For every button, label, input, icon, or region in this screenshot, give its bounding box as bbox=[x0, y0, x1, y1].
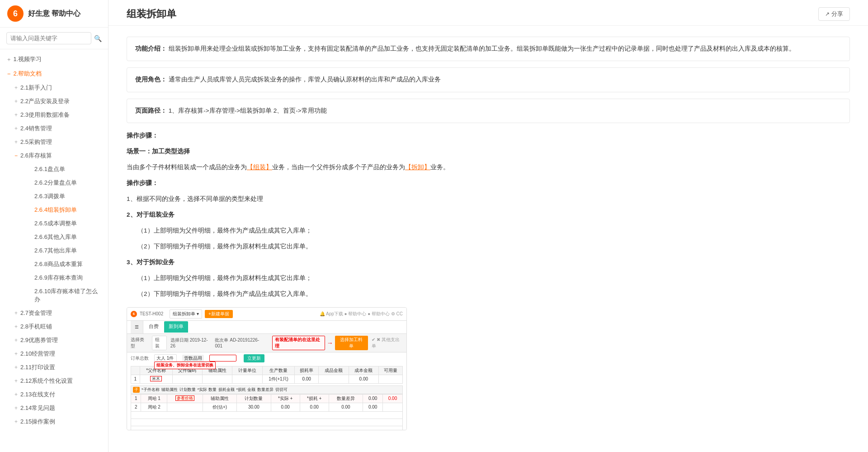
sidebar-item-2-6-3[interactable]: 2.6.3调拨单 bbox=[20, 190, 108, 203]
ss-confirm-btn[interactable]: 立更新 bbox=[244, 354, 264, 362]
sidebar-item-label: 2.10经营管理 bbox=[20, 350, 55, 358]
table-cell: 2 bbox=[131, 403, 141, 411]
ss-toolbar-batch: 批次单 AD-20191226-001 bbox=[215, 337, 264, 348]
sidebar-item-2-15[interactable]: + 2.15操作案例 bbox=[0, 415, 108, 428]
table-cell bbox=[383, 403, 403, 411]
highlight-assemble[interactable]: 【组装】 bbox=[247, 164, 272, 171]
sidebar-item-label: 2.3使用前数据准备 bbox=[20, 111, 70, 119]
table-cell bbox=[172, 375, 202, 383]
table-cell bbox=[319, 375, 349, 383]
sidebar-item-docs[interactable]: − 2.帮助文档 bbox=[0, 67, 108, 81]
table-cell: 米木 bbox=[140, 375, 172, 383]
sidebar: 6 好生意 帮助中心 🔍 + 1.视频学习 − 2.帮助文档 + 2.1新手入门… bbox=[0, 0, 108, 452]
table-cell: 0.00 bbox=[300, 403, 329, 411]
sidebar-item-2-6-10[interactable]: 2.6.10库存账本错了怎么办 bbox=[20, 285, 108, 306]
sidebar-item-label: 1.视频学习 bbox=[14, 55, 42, 63]
table-cell bbox=[202, 375, 232, 383]
table-row: 2 周哈 2 价(估+) 30.00 0.00 0.00 0.00 0.00 bbox=[131, 403, 403, 411]
ss-logo: 6 bbox=[131, 311, 137, 317]
sidebar-item-label: 2.2产品安装及登录 bbox=[20, 97, 70, 105]
step2-1: （1）上部明细为父件明细，最终作为产成品生成其它入库单； bbox=[137, 224, 850, 237]
table-row bbox=[131, 426, 403, 430]
sidebar-item-2-6-8[interactable]: 2.6.8商品成本重算 bbox=[20, 257, 108, 271]
sidebar-item-data[interactable]: + 2.3使用前数据准备 bbox=[0, 108, 108, 122]
table-cell: 参看价格 bbox=[167, 394, 203, 403]
plus-icon: + bbox=[14, 112, 18, 118]
ss-th: 生产数量 bbox=[262, 366, 294, 375]
search-button[interactable]: 🔍 bbox=[94, 35, 102, 42]
ss-field-row: 订单总数 大人 1件 货数品用 立更新 组装业务、拆卸业务在这里切换 bbox=[127, 352, 406, 364]
sidebar-item-2-10[interactable]: + 2.10经营管理 bbox=[0, 347, 108, 361]
table-cell bbox=[131, 419, 403, 426]
sidebar-item-2-6-6[interactable]: 2.6.6其他入库单 bbox=[20, 230, 108, 244]
sidebar-item-label: 2.11打印设置 bbox=[20, 363, 55, 371]
plus-icon: + bbox=[14, 419, 18, 425]
sidebar-item-2-14[interactable]: + 2.14常见问题 bbox=[0, 401, 108, 415]
page-title: 组装拆卸单 bbox=[127, 7, 176, 21]
ss-th bbox=[131, 366, 140, 375]
sidebar-item-label: 2.4销售管理 bbox=[20, 124, 52, 133]
sidebar-item-2-6-7[interactable]: 2.6.7其他出库单 bbox=[20, 244, 108, 257]
ss-tab-new[interactable]: 新到单 bbox=[164, 321, 188, 333]
scene1-title: 场景一：加工类型选择 bbox=[127, 145, 850, 157]
ss-annotation-bom: 有装配清单的在这里处理 bbox=[272, 336, 325, 350]
table-cell: 1 bbox=[131, 375, 140, 383]
sidebar-item-video[interactable]: + 1.视频学习 bbox=[0, 52, 108, 67]
ss-toolbar-date: 选择日期 2019-12-26 bbox=[170, 337, 212, 348]
ss-type-input[interactable] bbox=[209, 355, 236, 362]
sidebar-item-2-6-9[interactable]: 2.6.9库存账本查询 bbox=[20, 271, 108, 285]
sidebar-item-new[interactable]: + 2.1新手入门 bbox=[0, 81, 108, 95]
sidebar-item-inventory[interactable]: − 2.6库存核算 bbox=[0, 149, 108, 162]
ss-new-button[interactable]: +新建单据 bbox=[205, 310, 233, 318]
sidebar-item-label: 2.9优惠券管理 bbox=[20, 336, 58, 344]
minus-icon: − bbox=[7, 71, 11, 77]
screenshot-inner: 6 TEST-H002 组装拆卸单 ▾ +新建单据 🔔 App下载 ● 帮助中心… bbox=[127, 308, 406, 430]
ss-sub-table: 1 周哈 1 参看价格 辅助属性 计划数量 *实际 + *损耗 + 数量差异 0… bbox=[131, 394, 403, 430]
logo-icon: 6 bbox=[7, 5, 24, 22]
table-cell: 0.00 bbox=[363, 403, 383, 411]
share-button[interactable]: ↗ 分享 bbox=[818, 7, 850, 21]
plus-icon: + bbox=[7, 56, 11, 63]
table-cell bbox=[379, 375, 403, 383]
sidebar-item-install[interactable]: + 2.2产品安装及登录 bbox=[0, 95, 108, 108]
ss-app-select[interactable]: 组装拆卸单 ▾ bbox=[170, 309, 202, 319]
sidebar-item-2-11[interactable]: + 2.11打印设置 bbox=[0, 361, 108, 374]
sidebar-item-label: 2.1新手入门 bbox=[20, 84, 52, 92]
plus-icon: + bbox=[14, 85, 18, 91]
highlight-disassemble[interactable]: 【拆卸】 bbox=[405, 164, 430, 171]
sidebar-item-2-13[interactable]: + 2.13在线支付 bbox=[0, 388, 108, 401]
table-cell: 价(估+) bbox=[203, 403, 237, 411]
sidebar-item-2-6-4[interactable]: 2.6.4组装拆卸单 bbox=[20, 203, 108, 217]
ss-tab-other[interactable] bbox=[189, 325, 198, 329]
plus-icon: + bbox=[14, 378, 18, 384]
search-input[interactable] bbox=[6, 32, 91, 44]
ss-sub-label2: 辅助属性 bbox=[161, 387, 178, 393]
ss-th: 损耗率 bbox=[295, 366, 319, 375]
table-cell: 辅助属性 bbox=[203, 394, 237, 403]
sidebar-item-2-12[interactable]: + 2.12系统个性化设置 bbox=[0, 374, 108, 388]
sidebar-item-label: 2.6.10库存账本错了怎么办 bbox=[34, 287, 101, 304]
ss-tab-own[interactable]: 自费 bbox=[144, 321, 163, 333]
ss-th: 成品金额 bbox=[319, 366, 349, 375]
sidebar-item-2-6-1[interactable]: 2.6.1盘点单 bbox=[20, 162, 108, 176]
sidebar-item-label: 2.12系统个性化设置 bbox=[20, 377, 73, 385]
sidebar-item-purchase[interactable]: + 2.5采购管理 bbox=[0, 135, 108, 149]
sidebar-item-2-6-2[interactable]: 2.6.2分量盘点单 bbox=[20, 176, 108, 190]
sidebar-item-2-8[interactable]: + 2.8手机旺铺 bbox=[0, 320, 108, 333]
table-row bbox=[131, 411, 403, 419]
share-label: 分享 bbox=[831, 10, 843, 18]
table-cell: 0.00 bbox=[349, 375, 378, 383]
sidebar-item-2-9[interactable]: + 2.9优惠券管理 bbox=[0, 333, 108, 347]
step3-1: （1）上部明细为父件明细，最终作为原材料生成其它出库单； bbox=[137, 272, 850, 284]
sidebar-item-2-7[interactable]: + 2.7资金管理 bbox=[0, 306, 108, 320]
plus-icon: + bbox=[14, 364, 18, 371]
sidebar-item-sales[interactable]: + 2.4销售管理 bbox=[0, 122, 108, 135]
sidebar-item-label: 2.6库存核算 bbox=[20, 152, 52, 160]
path-text: 1、库存核算->库存管理->组装拆卸单 2、首页->常用功能 bbox=[169, 107, 327, 114]
ss-sub-label3: 计划数量 bbox=[179, 387, 196, 393]
sidebar-item-label: 2.6.2分量盘点单 bbox=[34, 179, 77, 187]
role-label: 使用角色： bbox=[135, 76, 167, 83]
sidebar-item-label: 2.6.1盘点单 bbox=[34, 165, 65, 173]
sidebar-item-2-6-5[interactable]: 2.6.5成本调整单 bbox=[20, 217, 108, 230]
ss-type-select-btn[interactable]: 选择加工料单 bbox=[335, 336, 368, 350]
